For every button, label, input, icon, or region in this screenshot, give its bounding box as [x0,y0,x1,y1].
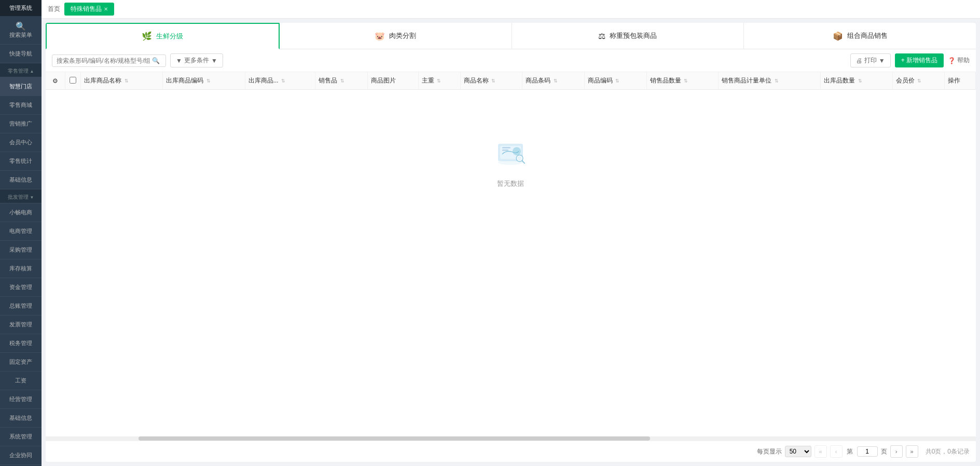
per-page-label: 每页显示 [757,447,782,456]
sidebar-section-retail[interactable]: 零售管理 [0,63,42,77]
empty-text: 暂无数据 [497,179,524,188]
new-sale-item-button[interactable]: + 新增销售品 [895,53,944,67]
first-page-button[interactable]: « [815,445,827,458]
sort-icon: ⇅ [206,78,211,84]
tab-weight-packed[interactable]: ⚖ 称重预包装商品 [512,23,744,49]
page-size-select[interactable]: 10 20 50 100 [785,446,811,457]
print-icon: 🖨 [856,57,862,64]
th-product-image: 商品图片 [367,72,418,90]
sidebar-item-quick-nav[interactable]: 快捷导航 [0,45,42,63]
next-page-button[interactable]: › [890,445,903,458]
sidebar-item-enterprise[interactable]: 企业协同 [0,446,42,465]
th-member-price[interactable]: 会员价 ⇅ [893,72,945,90]
sidebar-item-general-ledger[interactable]: 总账管理 [0,297,42,316]
sidebar-item-tax[interactable]: 税务管理 [0,334,42,353]
last-page-icon: » [910,448,914,455]
page-input[interactable] [857,446,878,457]
sidebar-item-member[interactable]: 会员中心 [0,133,42,152]
th-sale-product[interactable]: 销售品 ⇅ [315,72,367,90]
filter-button[interactable]: ▼ 更多条件 ▼ [170,53,223,67]
table-wrapper[interactable]: ⚙ 出库商品名称 ⇅ 出库商品编码 ⇅ [46,72,976,436]
sidebar-item-purchase[interactable]: 采购管理 [0,241,42,259]
sidebar-item-finance[interactable]: 资金管理 [0,278,42,297]
horizontal-scroll-thumb[interactable] [139,436,650,441]
th-gear[interactable]: ⚙ [46,72,65,90]
table-body: 暂无数据 [46,90,976,230]
th-checkbox[interactable] [65,72,81,90]
breadcrumb-home[interactable]: 首页 [48,5,60,13]
sort-icon: ⇅ [858,78,862,84]
sidebar-item-operations[interactable]: 经营管理 [0,390,42,409]
help-button[interactable]: ❓ 帮助 [948,56,970,65]
th-out-product-code[interactable]: 出库商品编码 ⇅ [163,72,245,90]
toolbar-right: 🖨 打印 ▼ + 新增销售品 ❓ 帮助 [850,53,970,67]
sort-icon: ⇅ [340,78,344,84]
svg-rect-4 [502,147,510,148]
sidebar-item-basic-info2[interactable]: 基础信息 [0,409,42,428]
th-out-qty[interactable]: 出库品数量 ⇅ [821,72,893,90]
search-input[interactable] [57,57,150,64]
sidebar-item-retail-mall[interactable]: 零售商城 [0,96,42,115]
data-table: ⚙ 出库商品名称 ⇅ 出库商品编码 ⇅ [46,72,976,230]
th-sale-qty[interactable]: 销售品数量 ⇅ [646,72,719,90]
page-area: 🌿 生鲜分级 🐷 肉类分割 ⚖ 称重预包装商品 📦 组合商品销售 🔍 [46,23,976,462]
combo-sales-icon: 📦 [833,31,843,41]
th-sale-unit[interactable]: 销售商品计量单位 ⇅ [719,72,821,90]
empty-state: 暂无数据 [46,90,976,230]
tab-combo-sales[interactable]: 📦 组合商品销售 [744,23,976,49]
sidebar-item-smart-store[interactable]: 智慧门店 [0,77,42,96]
th-main-weight[interactable]: 主重 ⇅ [418,72,460,90]
sort-icon: ⇅ [554,78,558,84]
app-logo: 管理系统 [0,0,42,16]
fresh-grade-icon: 🌿 [142,31,152,41]
horizontal-scrollbar[interactable] [46,436,976,441]
sort-icon: ⇅ [615,78,619,84]
sort-icon: ⇅ [281,78,285,84]
select-all-checkbox[interactable] [70,77,76,84]
tab-special-sales[interactable]: 特殊销售品 ✕ [64,3,114,16]
th-product-barcode[interactable]: 商品条码 ⇅ [522,72,585,90]
sidebar-item-retail-stats[interactable]: 零售统计 [0,152,42,171]
sidebar-item-salary[interactable]: 工资 [0,372,42,390]
print-button[interactable]: 🖨 打印 ▼ [850,53,891,67]
search-icon[interactable]: 🔍 [152,57,160,64]
empty-row: 暂无数据 [46,90,976,230]
tab-meat-cut[interactable]: 🐷 肉类分割 [280,23,512,49]
filter-icon: ▼ [176,57,182,64]
first-page-icon: « [819,448,822,455]
sidebar-item-invoice[interactable]: 发票管理 [0,316,42,334]
th-out-product-spec[interactable]: 出库商品... ⇅ [245,72,315,90]
sort-icon: ⇅ [775,78,779,84]
sidebar-item-inventory[interactable]: 库存核算 [0,259,42,278]
th-product-name[interactable]: 商品名称 ⇅ [460,72,522,90]
weight-packed-icon: ⚖ [598,31,605,41]
sidebar-item-system[interactable]: 系统管理 [0,428,42,446]
th-product-code[interactable]: 商品编码 ⇅ [584,72,646,90]
next-page-icon: › [895,448,898,455]
prev-page-icon: ‹ [835,448,837,455]
prev-page-button[interactable]: ‹ [830,445,843,458]
sort-icon: ⇅ [437,78,441,84]
sidebar-item-mini-ecom[interactable]: 小畅电商 [0,203,42,222]
svg-point-3 [513,147,521,155]
sidebar-section-wholesale[interactable]: 批发管理 ▼ [0,189,42,203]
main-content: 首页 特殊销售品 ✕ 🌿 生鲜分级 🐷 肉类分割 ⚖ 称重预包装商品 📦 组合商… [42,0,980,466]
print-arrow-icon: ▼ [879,57,885,64]
tab-fresh-grade[interactable]: 🌿 生鲜分级 [46,23,280,49]
sort-icon: ⇅ [684,78,688,84]
sidebar-item-fixed-assets[interactable]: 固定资产 [0,353,42,372]
meat-cut-icon: 🐷 [375,31,385,41]
table-header-row: ⚙ 出库商品名称 ⇅ 出库商品编码 ⇅ [46,72,976,90]
sidebar-item-search[interactable]: 🔍 搜索菜单 [0,16,42,45]
close-tab-icon[interactable]: ✕ [104,6,108,12]
top-bar: 首页 特殊销售品 ✕ [42,0,980,19]
svg-rect-5 [502,149,508,150]
last-page-button[interactable]: » [906,445,918,458]
toolbar: 🔍 ▼ 更多条件 ▼ 🖨 打印 ▼ + 新增销售品 ❓ 帮助 [46,49,976,72]
sidebar-item-marketing[interactable]: 营销推广 [0,115,42,133]
sidebar-item-ecom-mgmt[interactable]: 电商管理 [0,222,42,241]
sort-icon: ⇅ [917,78,921,84]
sidebar-item-basic-info[interactable]: 基础信息 [0,171,42,189]
search-box[interactable]: 🔍 [52,54,166,67]
th-out-product-name[interactable]: 出库商品名称 ⇅ [81,72,163,90]
